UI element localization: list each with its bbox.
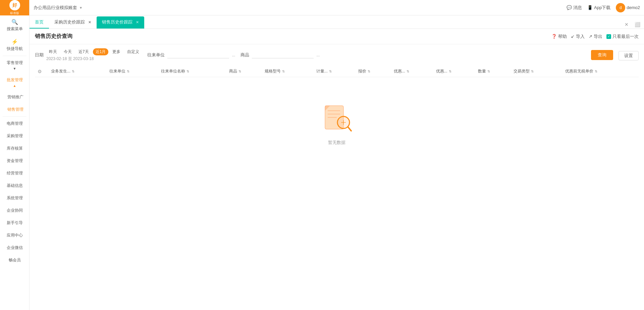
date-range-display: 2023-02-18 至 2023-03-18 <box>46 56 142 62</box>
sidebar-item-retail[interactable]: 零售管理 ▼ <box>0 57 29 74</box>
msg-button[interactable]: 💬 消息 <box>567 5 582 11</box>
maximize-button[interactable]: ⬜ <box>633 20 641 29</box>
date-btn-1month[interactable]: 近1月 <box>93 48 109 55</box>
tab-sales-history[interactable]: 销售历史价跟踪 ✕ <box>97 16 144 29</box>
date-label: 日期 <box>35 52 44 58</box>
chevron-up-icon: ▲ <box>13 84 16 88</box>
topbar-left: 办公用品行业模拟账套 ▾ <box>34 5 82 11</box>
sidebar-item-wechat[interactable]: 企业微信 <box>0 242 29 254</box>
sort-partner-code-icon: ⇅ <box>127 69 129 73</box>
th-biz-date[interactable]: 业务发生... ⇅ <box>48 66 107 77</box>
sort-partner-name-icon: ⇅ <box>186 69 189 73</box>
svg-line-7 <box>348 127 351 131</box>
only-last-checkbox-wrapper[interactable]: ✓ 只看最后一次 <box>606 34 639 40</box>
sort-discount2-icon: ⇅ <box>449 69 451 73</box>
th-settings[interactable]: ⚙ <box>35 66 48 77</box>
sort-biz-date-icon: ⇅ <box>72 69 74 73</box>
data-table: ⚙ 业务发生... ⇅ 往来单位 <box>35 66 639 77</box>
chevron-down-icon: ▼ <box>13 67 16 70</box>
close-all-tabs-button[interactable]: ✕ <box>623 20 631 29</box>
sidebar-item-finance[interactable]: 资金管理 <box>0 155 29 167</box>
th-goods[interactable]: 商品 ⇅ <box>226 66 262 77</box>
sidebar-subitem-sales[interactable]: 销售管理 <box>0 103 29 116</box>
msg-icon: 💬 <box>567 5 572 10</box>
page-inner: 销售历史价查询 ❓ 帮助 ↙ 导入 ↗ 导出 <box>30 29 644 310</box>
sidebar-item-system[interactable]: 系统管理 <box>0 192 29 204</box>
phone-icon: 📱 <box>587 5 593 10</box>
sidebar-subitem-marketing[interactable]: 营销推广 <box>0 91 29 103</box>
sort-quantity-icon: ⇅ <box>487 69 490 73</box>
date-buttons: 昨天 今天 近7天 近1月 更多 自定义 <box>46 48 142 55</box>
date-filter-wrapper: 昨天 今天 近7天 近1月 更多 自定义 2023-02-18 至 2023-0… <box>46 48 142 62</box>
import-button[interactable]: ↙ 导入 <box>571 34 585 40</box>
th-unit[interactable]: 计量... ⇅ <box>314 66 356 77</box>
export-icon: ↗ <box>589 34 592 39</box>
filter-bar: 日期 昨天 今天 近7天 近1月 更多 自定义 2023-02-18 至 202… <box>30 44 644 66</box>
table-wrapper: ⚙ 业务发生... ⇅ 往来单位 <box>30 66 644 77</box>
partner-ellipsis-button[interactable]: ... <box>232 53 235 57</box>
search-icon: 🔍 <box>11 19 18 25</box>
goods-input[interactable] <box>252 52 314 58</box>
th-quantity[interactable]: 数量 ⇅ <box>475 66 511 77</box>
empty-text: 暂无数据 <box>328 140 345 146</box>
sidebar-item-enterprise[interactable]: 企业协同 <box>0 204 29 217</box>
th-spec[interactable]: 规格型号 ⇅ <box>262 66 314 77</box>
sort-discount1-icon: ⇅ <box>407 69 409 73</box>
partner-label: 往来单位 <box>147 52 165 58</box>
sidebar-item-operations[interactable]: 经营管理 <box>0 167 29 179</box>
sort-deal-type-icon: ⇅ <box>531 69 534 73</box>
table-header-row: ⚙ 业务发生... ⇅ 往来单位 <box>35 66 639 77</box>
date-btn-more[interactable]: 更多 <box>110 48 123 55</box>
sidebar-item-wholesale[interactable]: 批发管理 ▲ <box>0 74 29 91</box>
th-deal-type[interactable]: 交易类型 ⇅ <box>511 66 562 77</box>
th-pretax-price[interactable]: 优惠前无税单价 ⇅ <box>562 66 639 77</box>
sidebar-item-apps[interactable]: 应用中心 <box>0 229 29 242</box>
sidebar-item-guide[interactable]: 新手引导 <box>0 217 29 229</box>
sidebar-item-basic[interactable]: 基础信息 <box>0 179 29 192</box>
date-btn-today[interactable]: 今天 <box>61 48 74 55</box>
user-menu[interactable]: d demo2 <box>616 3 640 12</box>
avatar: d <box>616 3 625 12</box>
tab-purchase-history[interactable]: 采购历史价跟踪 ✕ <box>49 16 97 29</box>
date-btn-yesterday[interactable]: 昨天 <box>46 48 60 55</box>
sidebar-item-search[interactable]: 🔍 搜索菜单 <box>0 15 29 35</box>
export-button[interactable]: ↗ 导出 <box>589 34 602 40</box>
tab-close-purchase-icon[interactable]: ✕ <box>88 20 91 24</box>
query-button[interactable]: 查询 <box>591 50 613 60</box>
topbar: 办公用品行业模拟账套 ▾ 💬 消息 📱 App下载 d demo2 <box>30 0 644 15</box>
th-discount1[interactable]: 优惠... ⇅ <box>391 66 433 77</box>
page-header-actions: ❓ 帮助 ↙ 导入 ↗ 导出 ✓ 只看最后一 <box>551 34 639 40</box>
th-quote[interactable]: 报价 ⇅ <box>356 66 391 77</box>
only-last-checkbox[interactable]: ✓ <box>606 34 611 39</box>
settings-icon[interactable]: ⚙ <box>38 69 42 74</box>
sidebar-item-ecommerce[interactable]: 电商管理 <box>0 117 29 130</box>
setting-button[interactable]: 设置 <box>619 51 639 60</box>
help-button[interactable]: ❓ 帮助 <box>551 34 567 40</box>
tabs-actions: ✕ ⬜ <box>623 20 644 29</box>
partner-filter-group: 往来单位 ... <box>147 52 235 58</box>
tab-home[interactable]: 首页 <box>30 16 49 29</box>
th-partner-name[interactable]: 往来单位名称 ⇅ <box>158 66 226 77</box>
topbar-dropdown-icon[interactable]: ▾ <box>80 5 82 10</box>
main-content: 办公用品行业模拟账套 ▾ 💬 消息 📱 App下载 d demo2 首页 <box>30 0 644 310</box>
import-icon: ↙ <box>571 34 575 39</box>
sidebar: 好 标准版 🔍 搜索菜单 ⚡ 快捷导航 零售管理 ▼ 批发管理 ▲ 营销推广 销… <box>0 0 30 310</box>
sidebar-item-purchase[interactable]: 采购管理 <box>0 130 29 142</box>
page-content: 销售历史价查询 ❓ 帮助 ↙ 导入 ↗ 导出 <box>30 29 644 310</box>
tab-close-sales-icon[interactable]: ✕ <box>136 20 139 24</box>
sidebar-item-member[interactable]: 畅会员 <box>0 254 29 266</box>
app-logo[interactable]: 好 标准版 <box>0 0 29 15</box>
sidebar-item-shortcuts[interactable]: ⚡ 快捷导航 <box>0 35 29 55</box>
date-btn-7days[interactable]: 近7天 <box>76 48 92 55</box>
date-btn-custom[interactable]: 自定义 <box>124 48 142 55</box>
tab-bar: 首页 采购历史价跟踪 ✕ 销售历史价跟踪 ✕ ✕ ⬜ <box>30 15 644 29</box>
th-partner-code[interactable]: 往来单位 ⇅ <box>107 66 158 77</box>
sort-unit-icon: ⇅ <box>329 69 332 73</box>
partner-input[interactable] <box>167 52 229 58</box>
sidebar-item-inventory[interactable]: 库存核算 <box>0 142 29 155</box>
page-header: 销售历史价查询 ❓ 帮助 ↙ 导入 ↗ 导出 <box>30 29 644 44</box>
th-discount2[interactable]: 优惠... ⇅ <box>433 66 476 77</box>
help-icon: ❓ <box>551 34 557 39</box>
app-download-button[interactable]: 📱 App下载 <box>587 5 610 11</box>
goods-ellipsis-button[interactable]: ... <box>316 53 320 57</box>
